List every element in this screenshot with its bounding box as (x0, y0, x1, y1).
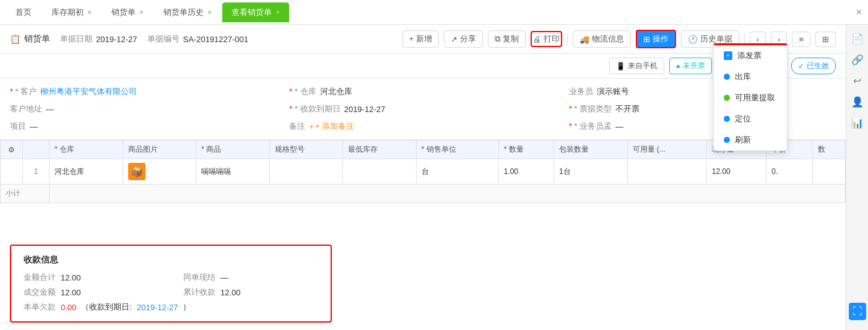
sidebar-chart-icon[interactable]: 📊 (849, 114, 866, 131)
copy-icon: ⧉ (495, 34, 500, 44)
staff-field: 业务员 演示账号 (569, 86, 836, 97)
td-img: 📦 (123, 159, 196, 185)
print-icon: 🖨 (533, 35, 541, 44)
staff2-field: * 业务员孟 — (569, 121, 836, 132)
tab-sales-order[interactable]: 销货单 × (102, 2, 153, 22)
tab-sales-history[interactable]: 销货单历史 × (154, 2, 221, 22)
table-row: 1 河北仓库 📦 嗝嗝嗝嗝 台 1.00 1台 12.00 0. (1, 159, 846, 185)
doc-title-icon: 📋 (10, 34, 20, 44)
this-order-date: 2019-12-27 (137, 303, 178, 312)
toolbar-sep1 (567, 33, 568, 45)
refresh-label: 刷新 (735, 134, 751, 145)
payment-deal-amount: 成交金额 12.00 (24, 287, 158, 298)
payment-this-order: 本单欠款 0.00 （收款到期日: 2019-12-27 ） (24, 302, 318, 313)
th-img: 商品图片 (123, 141, 196, 159)
view-grid-icon: ⊞ (822, 35, 829, 44)
payment-title: 收款信息 (24, 254, 318, 266)
view-grid-btn[interactable]: ⊞ (815, 32, 836, 47)
print-btn-label: 打印 (544, 33, 560, 45)
add-note-btn[interactable]: + + 添加备注 (309, 121, 354, 132)
th-product: * 商品 (196, 141, 269, 159)
payment-date-label: * 收款到期日 (289, 103, 340, 115)
sidebar-expand-icon[interactable]: ⛶ (849, 303, 866, 320)
product-table-wrapper[interactable]: ⚙ * 仓库 商品图片 * 商品 规格型号 最低库存 * 销售单位 * 数量 包… (0, 140, 846, 237)
not-open-btn[interactable]: ● 未开票 (669, 58, 712, 74)
right-sidebar: 📄 🔗 ↩ 👤 📊 ⛶ (846, 25, 868, 330)
add-invoice-label: 添发票 (737, 50, 762, 61)
td-spec (269, 159, 342, 185)
tab-home[interactable]: 首页 (6, 2, 41, 22)
payment-cumulative: 累计收款 12.00 (183, 287, 318, 298)
same-order-value: — (220, 273, 228, 282)
tab-inventory-init[interactable]: 库存期初 × (42, 2, 101, 22)
share-btn[interactable]: ↗ 分享 (444, 30, 483, 48)
th-num (23, 141, 50, 159)
mobile-icon: 📱 (616, 62, 625, 71)
number-label: 单据编号 (147, 33, 180, 45)
dropdown-refresh[interactable]: 刷新 (714, 129, 787, 150)
customer-value[interactable]: 柳州粤港平安气体有限公司 (40, 86, 137, 97)
tab-home-label: 首页 (15, 7, 32, 18)
th-gear[interactable]: ⚙ (1, 141, 23, 159)
not-open-btn-label: 未开票 (683, 61, 705, 71)
warehouse-value: 河北仓库 (320, 86, 352, 97)
logistics-btn-label: 物流信息 (592, 33, 624, 45)
amount-total-value: 12.00 (61, 273, 81, 282)
dropdown-add-invoice[interactable]: + 添发票 (714, 45, 787, 66)
tab-inventory-close[interactable]: × (87, 8, 92, 17)
effect-icon: ✓ (798, 62, 804, 71)
new-btn[interactable]: + 新增 (402, 30, 439, 48)
td-num: 1 (23, 159, 50, 185)
td-unit: 台 (416, 159, 498, 185)
address-field: 客户地址 — (10, 103, 277, 115)
operation-btn[interactable]: ⊞ 操作 (636, 30, 676, 48)
print-btn[interactable]: 🖨 打印 (531, 31, 562, 47)
available-qty-label: 可用量提取 (735, 92, 775, 103)
dropdown-available-qty[interactable]: 可用量提取 (714, 87, 787, 108)
tab-inventory-label: 库存期初 (51, 7, 84, 18)
td-subtotal-values (50, 185, 846, 203)
outbound-label: 出库 (735, 71, 751, 82)
outbound-dot (724, 74, 730, 80)
sidebar-link-icon[interactable]: 🔗 (849, 51, 866, 68)
staff-value: 演示账号 (597, 86, 629, 97)
warehouse-label: * 仓库 (289, 86, 316, 97)
td-min-stock (343, 159, 416, 185)
td-warehouse: 河北仓库 (50, 159, 123, 185)
close-window-btn[interactable]: × (856, 7, 862, 18)
tab-sales-history-close[interactable]: × (207, 8, 212, 17)
this-order-note-end: ） (183, 302, 191, 313)
project-field: 项目 — (10, 121, 277, 132)
view-list-btn[interactable]: ≡ (792, 32, 810, 47)
payment-date-value: 2019-12-27 (344, 105, 386, 114)
this-order-label: 本单欠款 (24, 302, 56, 313)
tab-view-sales-label: 查看销货单 (232, 7, 272, 18)
tab-view-sales-close[interactable]: × (276, 8, 280, 17)
cumulative-value: 12.00 (220, 288, 241, 297)
effect-status[interactable]: ✓ 已生效 (791, 58, 836, 74)
deal-amount-value: 12.00 (61, 288, 81, 297)
sidebar-return-icon[interactable]: ↩ (849, 72, 866, 89)
sidebar-user-icon[interactable]: 👤 (849, 93, 866, 110)
project-value: — (30, 122, 38, 131)
sidebar-doc-icon[interactable]: 📄 (849, 30, 866, 47)
customer-label: * 客户 (10, 86, 37, 97)
add-note-label: + 添加备注 (315, 121, 354, 132)
share-btn-label: 分享 (460, 33, 476, 45)
nav-prev-icon: ‹ (757, 35, 759, 44)
staff2-label: * 业务员孟 (569, 121, 612, 132)
td-price: 0. (766, 159, 813, 185)
mobile-btn-label: 来自手机 (628, 61, 658, 71)
operation-dropdown: + 添发票 出库 可用量提取 定位 刷新 (713, 43, 788, 151)
note-label: 备注 (289, 121, 305, 132)
payment-date-field: * 收款到期日 2019-12-27 (289, 103, 556, 115)
mobile-btn[interactable]: 📱 来自手机 (609, 58, 664, 74)
tab-sales-order-close[interactable]: × (139, 8, 144, 17)
dropdown-outbound[interactable]: 出库 (714, 66, 787, 87)
tab-view-sales[interactable]: 查看销货单 × (222, 2, 289, 22)
note-field: 备注 + + 添加备注 (289, 121, 556, 132)
ticket-type-value: 不开票 (615, 103, 640, 115)
copy-btn[interactable]: ⧉ 复制 (488, 30, 526, 48)
dropdown-position[interactable]: 定位 (714, 108, 787, 129)
logistics-btn[interactable]: 🚚 物流信息 (573, 30, 631, 48)
